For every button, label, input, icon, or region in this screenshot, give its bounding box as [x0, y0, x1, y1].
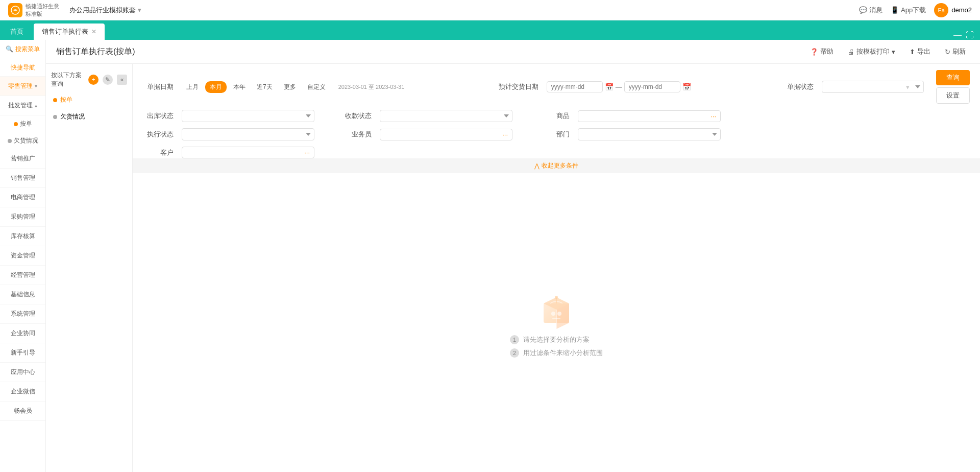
expected-date-end[interactable] [624, 81, 680, 92]
sidebar-item-system[interactable]: 系统管理 [0, 304, 45, 324]
tab-home[interactable]: 首页 [2, 23, 32, 40]
svg-point-5 [551, 312, 555, 316]
scheme-item-order[interactable]: 按单 [46, 91, 132, 108]
logo-area: 畅捷通好生意 标准版 [8, 3, 59, 17]
sidebar-item-wechat[interactable]: 企业微信 [0, 382, 45, 402]
breadcrumb: 办公用品行业模拟账套 ▾ [69, 6, 141, 15]
retail-expand-icon: ▾ [35, 83, 37, 89]
settings-button[interactable]: 设置 [936, 87, 970, 104]
username-label: demo2 [951, 6, 972, 14]
message-button[interactable]: 💬 消息 [859, 6, 883, 15]
breadcrumb-dropdown-icon[interactable]: ▾ [138, 6, 141, 14]
top-bar-left: 畅捷通好生意 标准版 办公用品行业模拟账套 ▾ [8, 3, 141, 17]
sidebar-item-member[interactable]: 畅会员 [0, 402, 45, 421]
salesperson-ellipsis-btn[interactable]: ··· [502, 131, 508, 138]
date-input-group: 2023-03-01 至 2023-03-31 [338, 83, 407, 91]
tip-number-1: 1 [510, 335, 519, 344]
out-stock-label: 出库状态 [143, 111, 174, 121]
sidebar-item-inventory[interactable]: 库存核算 [0, 227, 45, 246]
print-button[interactable]: 🖨 按模板打印 ▾ [844, 45, 899, 58]
scheme-add-button[interactable]: + [88, 75, 99, 85]
sidebar-search[interactable]: 🔍 搜索菜单 [0, 40, 45, 59]
sidebar-item-operations[interactable]: 经营管理 [0, 266, 45, 285]
date-btn-this-year[interactable]: 本年 [229, 81, 250, 93]
scheme-collapse-button[interactable]: « [117, 75, 127, 85]
sidebar: 🔍 搜索菜单 快捷导航 零售管理 ▾ 批发管理 ▴ 按单 欠货情况 营销推广 销… [0, 40, 46, 472]
empty-tips: 1 请先选择要分析的方案 2 用过滤条件来缩小分析范围 [510, 335, 603, 358]
salesperson-label: 业务员 [341, 130, 372, 139]
sidebar-item-basic[interactable]: 基础信息 [0, 285, 45, 304]
status-label: 单据状态 [783, 82, 814, 91]
tab-minimize-icon[interactable]: — [953, 31, 962, 40]
filter-section: 单据日期 上月 本月 本年 近7天 更多 自定义 2023-03-01 至 20… [133, 64, 980, 472]
export-button[interactable]: ⬆ 导出 [905, 45, 935, 58]
sidebar-sub-order[interactable]: 按单 [0, 115, 45, 132]
dept-select[interactable] [578, 128, 721, 140]
expected-date-group: 📅 — 📅 [547, 81, 691, 92]
date-calendar-icon-2: 📅 [682, 83, 691, 91]
tab-sales-order[interactable]: 销售订单执行表 ✕ [34, 23, 105, 40]
main-layout: 🔍 搜索菜单 快捷导航 零售管理 ▾ 批发管理 ▴ 按单 欠货情况 营销推广 销… [0, 40, 980, 472]
logo-icon [8, 3, 22, 17]
sidebar-item-newbie[interactable]: 新手引导 [0, 343, 45, 363]
sidebar-item-app-center[interactable]: 应用中心 [0, 363, 45, 382]
empty-tip-1: 1 请先选择要分析的方案 [510, 335, 603, 344]
date-label: 单据日期 [143, 82, 174, 91]
query-button[interactable]: 查询 [936, 70, 970, 85]
tab-maximize-icon[interactable]: ⛶ [966, 31, 974, 40]
date-range-display: 2023-03-01 至 2023-03-31 [338, 83, 405, 91]
empty-state: 1 请先选择要分析的方案 2 用过滤条件来缩小分析范围 [133, 173, 980, 472]
sidebar-item-wholesale[interactable]: 批发管理 ▴ [0, 96, 45, 115]
scheme-debt-dot [53, 115, 57, 119]
home-tab-label: 首页 [10, 27, 23, 36]
expected-date-start[interactable] [547, 81, 603, 92]
sidebar-item-ecommerce[interactable]: 电商管理 [0, 188, 45, 207]
scheme-item-debt[interactable]: 欠货情况 [46, 108, 132, 125]
print-icon: 🖨 [848, 48, 854, 56]
content-area: 销售订单执行表(按单) ❓ 帮助 🖨 按模板打印 ▾ ⬆ 导出 ↻ 刷新 [46, 40, 980, 472]
message-icon: 💬 [859, 6, 867, 14]
sidebar-quick-nav[interactable]: 快捷导航 [0, 59, 45, 77]
date-btn-7days[interactable]: 近7天 [252, 81, 277, 93]
date-quick-group: 上月 本月 本年 近7天 更多 自定义 [182, 81, 330, 93]
scheme-edit-button[interactable]: ✎ [103, 75, 113, 85]
refresh-button[interactable]: ↻ 刷新 [941, 45, 970, 58]
help-button[interactable]: ❓ 帮助 [806, 45, 838, 58]
help-icon: ❓ [810, 48, 818, 56]
sidebar-item-marketing[interactable]: 营销推广 [0, 149, 45, 169]
refresh-icon: ↻ [945, 48, 950, 56]
date-btn-last-month[interactable]: 上月 [182, 81, 203, 93]
filter-row-1: 单据日期 上月 本月 本年 近7天 更多 自定义 2023-03-01 至 20… [143, 70, 970, 104]
sidebar-item-enterprise[interactable]: 企业协同 [0, 324, 45, 343]
expected-date-label: 预计交货日期 [499, 82, 538, 91]
goods-ellipsis-btn[interactable]: ··· [710, 112, 716, 120]
user-avatar-area[interactable]: Ea demo2 [934, 3, 972, 17]
collect-select[interactable] [380, 110, 512, 122]
app-download-button[interactable]: 📱 App下载 [891, 6, 926, 15]
filter-row-2: 出库状态 收款状态 商品 ··· [143, 110, 970, 122]
exec-status-select[interactable] [182, 128, 314, 140]
sidebar-item-purchase[interactable]: 采购管理 [0, 207, 45, 227]
customer-label: 客户 [143, 148, 174, 157]
svg-rect-7 [552, 318, 560, 319]
customer-ellipsis-btn[interactable]: ··· [304, 149, 310, 156]
tab-bar-actions: — ⛶ [953, 31, 980, 40]
date-btn-more[interactable]: 更多 [279, 81, 301, 93]
empty-tip-2: 2 用过滤条件来缩小分析范围 [510, 348, 603, 358]
goods-input-wrapper: ··· [578, 110, 721, 122]
collapse-icon: ⋀ [534, 162, 540, 170]
sidebar-sub-debt[interactable]: 欠货情况 [0, 132, 45, 149]
sidebar-item-sales[interactable]: 销售管理 [0, 169, 45, 188]
print-dropdown-icon: ▾ [892, 48, 895, 56]
date-btn-this-month[interactable]: 本月 [205, 81, 227, 93]
order-dot-icon [14, 122, 18, 126]
tab-close-icon[interactable]: ✕ [91, 28, 96, 35]
sales-order-tab-label: 销售订单执行表 [42, 27, 88, 36]
goods-label: 商品 [539, 111, 570, 121]
sidebar-item-finance[interactable]: 资金管理 [0, 246, 45, 266]
collapse-bar[interactable]: ⋀ 收起更多条件 [133, 158, 980, 173]
out-stock-select[interactable] [182, 110, 314, 122]
sidebar-item-retail[interactable]: 零售管理 ▾ [0, 77, 45, 96]
dept-label: 部门 [539, 130, 570, 139]
date-btn-custom[interactable]: 自定义 [303, 81, 330, 93]
